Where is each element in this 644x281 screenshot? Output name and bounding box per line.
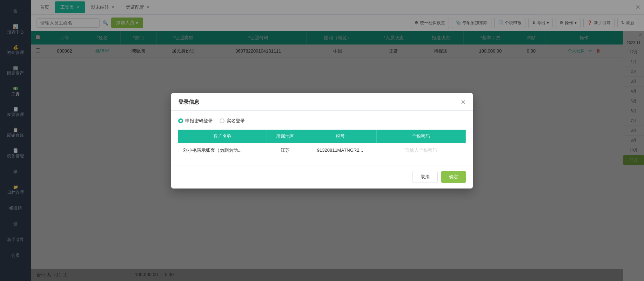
dialog-title: 登录信息 (178, 99, 199, 105)
dialog-cell-region: 江苏 (267, 143, 304, 158)
dialog-table-row: 刘小艳演示账套（勿删勿动... 江苏 91320811MA7NGR2... (178, 143, 466, 158)
radio-group: 申报密码登录 实名登录 (178, 118, 466, 124)
radio-realname-option[interactable]: 实名登录 (220, 118, 245, 124)
cancel-button[interactable]: 取消 (412, 171, 438, 183)
dialog-overlay: 登录信息 ✕ 申报密码登录 实名登录 客户名称 所属地区 (0, 0, 644, 281)
dialog-cell-taxid: 91320811MA7NGR2... (304, 143, 376, 158)
dialog-body: 申报密码登录 实名登录 客户名称 所属地区 税号 个税密码 (171, 111, 473, 165)
dialog-col-taxpwd: 个税密码 (376, 130, 465, 143)
dialog-table: 客户名称 所属地区 税号 个税密码 刘小艳演示账套（勿删勿动... 江苏 913… (178, 130, 466, 158)
dialog-cell-taxpwd[interactable] (376, 143, 465, 158)
dialog-col-taxid: 税号 (304, 130, 376, 143)
dialog-cell-clientname: 刘小艳演示账套（勿删勿动... (178, 143, 267, 158)
dialog-col-region: 所属地区 (267, 130, 304, 143)
tax-password-input[interactable] (381, 148, 461, 153)
confirm-button[interactable]: 确定 (441, 171, 466, 183)
radio-pwd-option[interactable]: 申报密码登录 (178, 118, 213, 124)
radio-pwd-circle (178, 118, 183, 123)
dialog-close-button[interactable]: ✕ (461, 98, 466, 106)
login-dialog: 登录信息 ✕ 申报密码登录 实名登录 客户名称 所属地区 (171, 93, 473, 189)
radio-realname-circle (220, 118, 224, 123)
dialog-col-name: 客户名称 (178, 130, 267, 143)
dialog-header: 登录信息 ✕ (171, 93, 473, 111)
dialog-footer: 取消 确定 (171, 165, 473, 189)
